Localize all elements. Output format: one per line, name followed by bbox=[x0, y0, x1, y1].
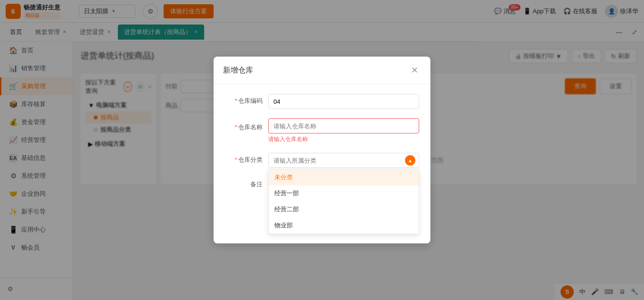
dropdown-item-dept1[interactable]: 经营一部 bbox=[269, 185, 419, 201]
note-label: 备注 bbox=[225, 177, 263, 189]
category-input[interactable] bbox=[268, 153, 419, 168]
modal-close-btn[interactable]: ✕ bbox=[408, 64, 421, 76]
dropdown-item-uncategorized[interactable]: 未分类 bbox=[269, 169, 419, 185]
name-error-tip: 请输入仓库名称 bbox=[225, 135, 308, 143]
dropdown-item-dept2[interactable]: 经营二部 bbox=[269, 201, 419, 217]
form-code-item: 仓库编码 bbox=[225, 94, 419, 109]
name-input[interactable] bbox=[268, 118, 419, 133]
category-label: 仓库分类 bbox=[225, 153, 263, 164]
modal-header: 新增仓库 ✕ bbox=[214, 57, 430, 84]
category-input-wrap: ▲ 未分类 经营一部 经营二部 物业部 bbox=[268, 153, 419, 168]
modal-new-warehouse: 新增仓库 ✕ 仓库编码 仓库名称 请输入仓库名称 仓库分类 bbox=[214, 57, 430, 243]
modal-title: 新增仓库 bbox=[223, 66, 253, 75]
code-label: 仓库编码 bbox=[225, 94, 263, 105]
form-category-item: 仓库分类 ▲ 未分类 经营一部 经营二部 物业部 bbox=[225, 153, 419, 168]
category-dropdown: 未分类 经营一部 经营二部 物业部 bbox=[268, 169, 419, 234]
dropdown-item-property[interactable]: 物业部 bbox=[269, 217, 419, 233]
modal-body: 仓库编码 仓库名称 请输入仓库名称 仓库分类 ▲ 未分类 bbox=[214, 84, 430, 217]
modal-overlay[interactable]: 新增仓库 ✕ 仓库编码 仓库名称 请输入仓库名称 仓库分类 bbox=[0, 0, 644, 300]
form-name-item: 仓库名称 请输入仓库名称 bbox=[225, 118, 419, 143]
code-input[interactable] bbox=[268, 94, 419, 109]
name-row: 仓库名称 bbox=[225, 118, 419, 133]
name-label: 仓库名称 bbox=[225, 120, 263, 132]
category-toggle-btn[interactable]: ▲ bbox=[405, 155, 415, 166]
